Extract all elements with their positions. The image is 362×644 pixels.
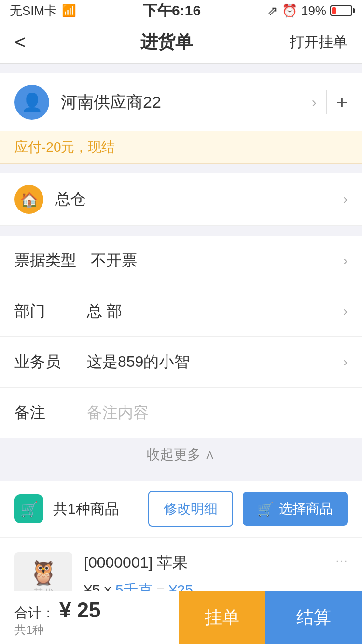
- department-label: 部门: [14, 301, 72, 322]
- total-count: 共1种: [14, 622, 164, 638]
- modify-detail-button[interactable]: 修改明细: [148, 491, 233, 527]
- department-row[interactable]: 部门 总 部 ›: [0, 286, 362, 337]
- location-icon: ⇗: [267, 3, 278, 18]
- warehouse-icon: 🏠: [14, 185, 43, 214]
- product-header: 🛒 共1种商品 修改明细 🛒 选择商品: [0, 481, 362, 536]
- warehouse-row[interactable]: 🏠 总仓 ›: [0, 173, 362, 226]
- status-left: 无SIM卡 📶: [10, 2, 76, 19]
- owl-icon: 🦉: [29, 561, 58, 585]
- checkout-button[interactable]: 结算: [265, 591, 362, 644]
- salesman-chevron-icon: ›: [343, 354, 348, 370]
- nav-bar: < 进货单 打开挂单: [0, 21, 362, 64]
- department-chevron-icon: ›: [343, 304, 348, 319]
- total-row: 合计： ¥ 25: [14, 598, 164, 622]
- product-code: [0000001]: [84, 554, 153, 571]
- product-icon: 🛒: [14, 494, 43, 523]
- status-time: 下午6:16: [143, 1, 201, 21]
- collapse-toggle[interactable]: 收起更多 ∧: [0, 438, 362, 472]
- warehouse-section: 🏠 总仓 ›: [0, 173, 362, 226]
- gap-2: [0, 164, 362, 173]
- open-hang-button[interactable]: 打开挂单: [290, 32, 348, 52]
- supplier-avatar: 👤: [14, 85, 49, 120]
- total-section: 合计： ¥ 25 共1种: [0, 598, 179, 638]
- supplier-name: 河南供应商22: [61, 91, 312, 113]
- status-right: ⇗ ⏰ 19%: [267, 3, 352, 18]
- select-icon: 🛒: [257, 501, 274, 517]
- bottom-bar: 合计： ¥ 25 共1种 挂单 结算: [0, 591, 362, 644]
- department-value: 总 部: [87, 301, 343, 322]
- salesman-label: 业务员: [14, 351, 72, 373]
- back-button[interactable]: <: [14, 31, 43, 53]
- salesman-row[interactable]: 业务员 这是859的小智 ›: [0, 337, 362, 388]
- hang-button[interactable]: 挂单: [179, 591, 265, 644]
- total-label: 合计：: [14, 605, 55, 620]
- remark-row[interactable]: 备注 备注内容: [0, 388, 362, 438]
- wifi-icon: 📶: [62, 4, 76, 17]
- invoice-type-chevron-icon: ›: [343, 253, 348, 268]
- gap-4: [0, 472, 362, 481]
- status-bar: 无SIM卡 📶 下午6:16 ⇗ ⏰ 19%: [0, 0, 362, 21]
- battery-percent: 19%: [301, 3, 326, 18]
- invoice-type-row[interactable]: 票据类型 不开票 ›: [0, 236, 362, 286]
- gap-3: [0, 226, 362, 236]
- remark-placeholder: 备注内容: [87, 402, 348, 423]
- salesman-value: 这是859的小智: [87, 351, 343, 373]
- more-button[interactable]: ···: [335, 552, 348, 569]
- remark-label: 备注: [14, 402, 72, 423]
- invoice-type-label: 票据类型: [14, 250, 76, 271]
- bag-icon: 🛒: [20, 501, 38, 518]
- product-name: [0000001] 苹果: [84, 552, 335, 574]
- battery-icon: [330, 5, 352, 16]
- alarm-icon: ⏰: [282, 3, 297, 18]
- avatar-icon: 👤: [21, 92, 43, 112]
- product-count: 共1种商品: [53, 499, 148, 519]
- divider: [326, 90, 327, 114]
- supplier-chevron-icon: ›: [312, 94, 317, 111]
- gap-1: [0, 64, 362, 73]
- carrier-label: 无SIM卡: [10, 2, 57, 19]
- invoice-type-value: 不开票: [91, 250, 343, 271]
- warehouse-name: 总仓: [55, 189, 343, 210]
- total-amount: ¥ 25: [59, 598, 101, 622]
- form-section: 票据类型 不开票 › 部门 总 部 › 业务员 这是859的小智 › 备注 备注…: [0, 236, 362, 438]
- page-title: 进货单: [140, 30, 193, 54]
- supplier-row[interactable]: 👤 河南供应商22 › +: [0, 73, 362, 131]
- add-supplier-button[interactable]: +: [336, 92, 348, 113]
- supplier-section: 👤 河南供应商22 › + 应付-20元，现结: [0, 73, 362, 164]
- select-label: 选择商品: [279, 500, 333, 518]
- warehouse-chevron-icon: ›: [343, 192, 348, 207]
- notice-bar: 应付-20元，现结: [0, 131, 362, 164]
- product-title: 苹果: [157, 554, 188, 571]
- select-product-button[interactable]: 🛒 选择商品: [243, 492, 348, 526]
